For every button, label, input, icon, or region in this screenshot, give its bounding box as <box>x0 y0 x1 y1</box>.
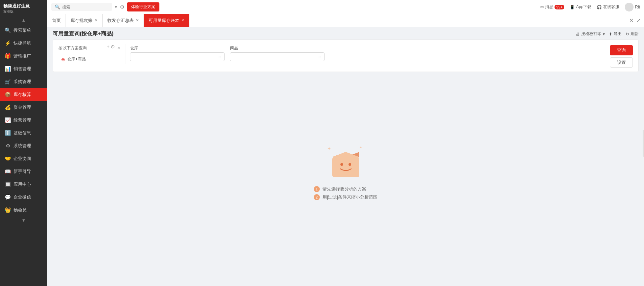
svg-text:✦: ✦ <box>359 146 362 149</box>
sidebar-item-4[interactable]: 🛒采购管理 <box>0 75 47 88</box>
tab-item-2[interactable]: 收发存汇总表✕ <box>103 14 144 27</box>
right-scroll-indicator <box>643 130 644 157</box>
sidebar-item-0[interactable]: 🔍搜索菜单 <box>0 24 47 37</box>
tab-label-2: 收发存汇总表 <box>107 18 134 24</box>
tab-item-0[interactable]: 首页 <box>47 14 66 27</box>
sidebar-item-8[interactable]: ℹ️基础信息 <box>0 127 47 139</box>
refresh-label: 刷新 <box>630 31 639 37</box>
hint-num-1: 1 <box>314 186 320 192</box>
goods-input[interactable]: ··· <box>230 52 325 61</box>
topbar: 🔍 ▾ ⚙ 体验行业方案 ✉ 消息 99+ 📱 App下载 🎧 在线客服 Rit <box>47 0 644 14</box>
sidebar-item-label-8: 基础信息 <box>14 130 31 136</box>
topbar-search-box[interactable]: 🔍 <box>51 3 112 11</box>
customer-service-action[interactable]: 🎧 在线客服 <box>597 4 619 10</box>
tab-item-1[interactable]: 库存批次账✕ <box>66 14 103 27</box>
sidebar-item-icon-6: 💰 <box>5 104 11 110</box>
warehouse-input[interactable]: ··· <box>130 52 225 61</box>
user-name: Rit <box>635 5 640 9</box>
refresh-action[interactable]: ↻ 刷新 <box>626 31 639 37</box>
sidebar-item-label-13: 企业微信 <box>14 194 31 200</box>
empty-state: ✦ ✦ 1 请先选择要分析的方案 2 用[过滤]条件来缩小分析范围 <box>47 75 644 286</box>
sidebar-item-2[interactable]: 🎁营销推广 <box>0 50 47 62</box>
query-button[interactable]: 查询 <box>610 45 633 55</box>
sidebar-item-label-10: 企业协同 <box>14 156 31 162</box>
app-download-action[interactable]: 📱 App下载 <box>570 4 591 10</box>
message-icon: ✉ <box>540 5 544 9</box>
sidebar-item-label-7: 经营管理 <box>14 117 31 123</box>
sidebar-item-9[interactable]: ⚙系统管理 <box>0 139 47 152</box>
sidebar-item-14[interactable]: 👑畅会员 <box>0 204 47 216</box>
svg-point-5 <box>349 163 351 166</box>
query-schemes-header: 按以下方案查询 + ⊙ « <box>58 44 122 52</box>
edit-scheme-btn[interactable]: ⊙ <box>111 44 115 52</box>
tab-item-3[interactable]: 可用量库存账本✕ <box>144 14 189 27</box>
sidebar-item-13[interactable]: 💬企业微信 <box>0 191 47 204</box>
sidebar-item-icon-0: 🔍 <box>5 27 11 33</box>
sidebar-item-5[interactable]: 📦库存核算 <box>0 88 47 101</box>
brand-edition: 标准版 <box>3 9 44 14</box>
search-icon: 🔍 <box>55 4 60 9</box>
message-action[interactable]: ✉ 消息 99+ <box>540 4 564 10</box>
sidebar-item-label-0: 搜索菜单 <box>14 27 31 33</box>
sidebar-item-label-1: 快捷导航 <box>14 40 31 46</box>
sidebar-scroll-down[interactable]: ▼ <box>0 216 47 224</box>
sidebar-logo: 畅康通好生意 标准版 <box>0 0 47 16</box>
goods-label: 商品 <box>230 45 325 51</box>
sidebar-item-icon-10: 🤝 <box>5 156 11 162</box>
user-action[interactable]: Rit <box>625 3 640 11</box>
export-label: 导出 <box>614 31 622 37</box>
sidebar-item-icon-3: 📊 <box>5 66 11 72</box>
warehouse-more-icon[interactable]: ··· <box>217 54 221 59</box>
print-icon: 🖨 <box>576 32 580 36</box>
tab-close-2[interactable]: ✕ <box>136 18 139 23</box>
sidebar-item-7[interactable]: 📈经营管理 <box>0 114 47 127</box>
avatar <box>625 3 634 11</box>
tab-close-icon[interactable]: ✕ <box>629 17 634 24</box>
query-schemes: 按以下方案查询 + ⊙ « ⊕ 仓库+商品 <box>58 44 126 64</box>
scheme-item-warehouse-goods[interactable]: ⊕ 仓库+商品 <box>58 55 122 64</box>
sidebar-item-label-5: 库存核算 <box>14 92 31 98</box>
empty-hints: 1 请先选择要分析的方案 2 用[过滤]条件来缩小分析范围 <box>314 186 378 200</box>
warehouse-label: 仓库 <box>130 45 225 51</box>
headset-icon: 🎧 <box>597 5 602 9</box>
customer-service-label: 在线客服 <box>603 4 619 10</box>
schemes-label: 按以下方案查询 <box>58 45 87 51</box>
goods-more-icon[interactable]: ··· <box>317 54 321 59</box>
filter-area: 仓库 ··· 商品 ··· 查询 设置 <box>130 44 633 68</box>
search-dropdown-icon[interactable]: ▾ <box>115 4 117 9</box>
sidebar-item-12[interactable]: 🔲应用中心 <box>0 178 47 191</box>
svg-text:✦: ✦ <box>327 146 331 151</box>
settings-icon[interactable]: ⚙ <box>120 4 124 10</box>
sidebar-item-label-3: 销售管理 <box>14 66 31 72</box>
sidebar-item-icon-8: ℹ️ <box>5 130 11 136</box>
collapse-btn[interactable]: « <box>116 44 122 52</box>
print-action[interactable]: 🖨 按模板打印 ▾ <box>576 31 605 37</box>
tab-label-0: 首页 <box>52 18 61 24</box>
sidebar-item-1[interactable]: ⚡快捷导航 <box>0 37 47 50</box>
sidebar-item-6[interactable]: 💰资金管理 <box>0 101 47 114</box>
tab-close-1[interactable]: ✕ <box>95 18 98 23</box>
sidebar-item-icon-4: 🛒 <box>5 79 11 85</box>
settings-button[interactable]: 设置 <box>610 57 633 68</box>
hint-text-1: 请先选择要分析的方案 <box>323 186 366 192</box>
sidebar-item-icon-11: 📖 <box>5 168 11 175</box>
warehouse-filter: 仓库 ··· <box>130 45 225 61</box>
add-scheme-btn[interactable]: + <box>107 44 109 52</box>
export-action[interactable]: ⬆ 导出 <box>609 31 622 37</box>
tab-close-3[interactable]: ✕ <box>181 18 184 23</box>
sidebar-item-icon-1: ⚡ <box>5 40 11 46</box>
sidebar-item-label-9: 系统管理 <box>14 143 31 149</box>
industry-btn[interactable]: 体验行业方案 <box>127 2 159 11</box>
sidebar-item-label-14: 畅会员 <box>14 207 27 213</box>
sidebar-item-10[interactable]: 🤝企业协同 <box>0 152 47 165</box>
sidebar-scroll-up[interactable]: ▲ <box>0 16 47 24</box>
sidebar-item-11[interactable]: 📖新手引导 <box>0 165 47 178</box>
sidebar-item-3[interactable]: 📊销售管理 <box>0 62 47 75</box>
empty-hint-1: 1 请先选择要分析的方案 <box>314 186 378 192</box>
empty-illustration: ✦ ✦ <box>326 140 366 181</box>
tab-label-3: 可用量库存账本 <box>149 18 179 24</box>
tab-expand-icon[interactable]: ⤢ <box>636 17 641 24</box>
brand-name: 畅康通好生意 <box>3 3 44 9</box>
page-title: 可用量查询(按仓库+商品) <box>53 30 113 37</box>
search-input[interactable] <box>62 5 103 9</box>
